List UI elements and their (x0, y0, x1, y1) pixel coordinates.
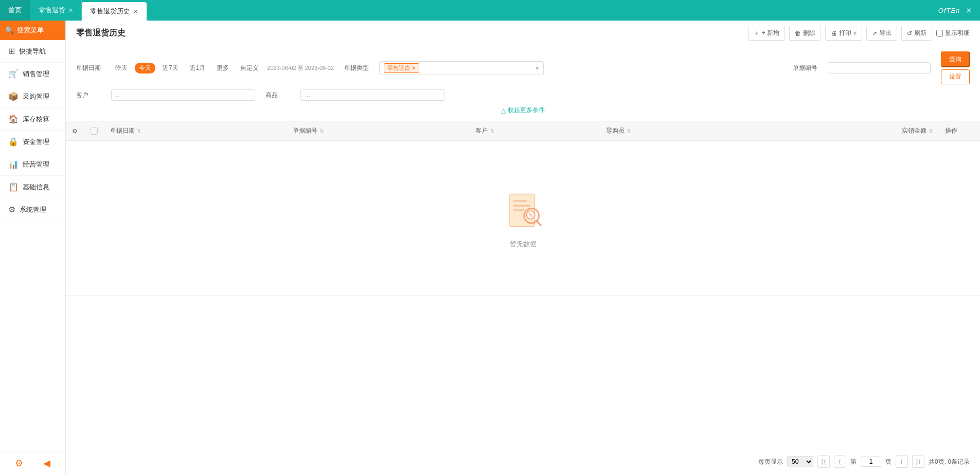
type-tag-label: 零售退货 (387, 64, 410, 72)
th-customer-sort[interactable]: 客户 ⇅ (475, 126, 594, 135)
customer-filter-label: 客户 (76, 91, 107, 100)
sidebar-item-quick-nav[interactable]: ⊞ 快捷导航 (0, 40, 65, 63)
operations-icon: 📊 (8, 159, 19, 169)
page-number-input[interactable] (861, 457, 881, 467)
date-btn-custom[interactable]: 自定义 (236, 63, 263, 74)
number-filter-label: 单据编号 (793, 64, 824, 72)
th-amount-sort[interactable]: 实销金额 ⇅ (762, 126, 933, 135)
filter-row-2: 客户 商品 (76, 89, 970, 101)
system-icon: ⚙ (8, 205, 15, 214)
date-btn-more[interactable]: 更多 (212, 63, 233, 74)
tab-list: 首页 零售退货 ✕ 零售退货历史 ✕ (0, 0, 934, 21)
collapse-button[interactable]: △ 收起更多条件 (501, 106, 545, 115)
sidebar-item-purchase-mgmt[interactable]: 📦 采购管理 (0, 85, 65, 108)
main-layout: 🔍 搜索菜单 ⊞ 快捷导航 🛒 销售管理 📦 采购管理 🏠 库存核算 🔒 资金管… (0, 21, 980, 474)
sidebar-item-finance[interactable]: 🔒 资金管理 (0, 131, 65, 153)
page-first-button[interactable]: ⟨⟨ (817, 455, 830, 468)
customer-filter-box[interactable] (111, 89, 255, 101)
date-btn-7days[interactable]: 近7天 (158, 63, 183, 74)
type-tag-close[interactable]: ✕ (412, 65, 416, 71)
refresh-icon: ↺ (907, 30, 912, 37)
type-filter-input[interactable] (422, 64, 532, 71)
sidebar-item-finance-label: 资金管理 (23, 137, 49, 147)
inventory-icon: 🏠 (8, 114, 19, 124)
sidebar-item-base-info-label: 基础信息 (23, 183, 49, 192)
customer-filter-group: 客户 (76, 89, 255, 101)
date-btn-yesterday[interactable]: 昨天 (111, 63, 132, 74)
new-icon: ＋ (754, 29, 760, 38)
export-button[interactable]: ↗ 导出 (866, 26, 897, 41)
refresh-button[interactable]: ↺ 刷新 (901, 26, 932, 41)
page-prev-button[interactable]: ⟨ (834, 455, 846, 468)
tab-retail-return-history[interactable]: 零售退货历史 ✕ (82, 2, 147, 21)
th-checkbox (84, 121, 104, 141)
tab-retail-return-history-close[interactable]: ✕ (133, 8, 138, 15)
query-button[interactable]: 查询 (941, 51, 970, 67)
goods-filter-box[interactable] (300, 89, 444, 101)
number-sort-icon: ⇅ (319, 128, 324, 134)
customer-filter-input[interactable] (116, 92, 251, 99)
total-label: 共0页, 0条记录 (929, 458, 970, 466)
th-customer: 客户 ⇅ (469, 121, 600, 141)
sidebar-item-base-info[interactable]: 📋 基础信息 (0, 176, 65, 198)
page-last-button[interactable]: ⟩⟩ (912, 455, 924, 468)
select-all-checkbox[interactable] (91, 127, 98, 135)
tab-retail-return-close[interactable]: ✕ (68, 7, 73, 14)
svg-rect-3 (513, 209, 524, 211)
goods-filter-label: 商品 (265, 91, 296, 100)
page-chapter-label: 第 (850, 458, 857, 466)
th-action: 操作 (939, 121, 980, 141)
delete-button[interactable]: 🗑 删除 (789, 26, 821, 41)
setting-button[interactable]: 设置 (941, 69, 970, 84)
sidebar-item-system[interactable]: ⚙ 系统管理 (0, 198, 65, 221)
sidebar-item-operations[interactable]: 📊 经营管理 (0, 153, 65, 176)
sidebar-item-inventory[interactable]: 🏠 库存核算 (0, 108, 65, 131)
table-header-row: ⚙ 单据日期 ⇅ 单据编号 (66, 121, 980, 141)
column-settings-icon[interactable]: ⚙ (72, 127, 78, 135)
date-btn-today[interactable]: 今天 (135, 63, 155, 74)
sidebar-item-system-label: 系统管理 (20, 205, 46, 214)
table-body: 暂无数据 (66, 141, 980, 296)
empty-illustration (500, 187, 546, 233)
tab-home-label: 首页 (8, 6, 22, 15)
sidebar-footer: ⚙ ◀ (0, 452, 65, 474)
export-icon: ↗ (872, 30, 877, 37)
tab-retail-return-history-label: 零售退货历史 (90, 7, 130, 16)
topbar-close[interactable]: ✕ (966, 7, 972, 14)
print-label: 打印 (839, 29, 851, 38)
th-amount-label: 实销金额 (902, 126, 926, 135)
show-detail-checkbox[interactable] (936, 30, 943, 37)
th-guide-sort[interactable]: 导购员 ⇅ (606, 126, 750, 135)
th-date-sort[interactable]: 单据日期 ⇅ (110, 126, 280, 135)
query-setting-group: 查询 设置 (941, 51, 970, 84)
page-next-button[interactable]: ⟩ (896, 455, 908, 468)
tab-retail-return[interactable]: 零售退货 ✕ (30, 0, 82, 21)
goods-filter-input[interactable] (305, 92, 440, 99)
amount-sort-icon: ⇅ (929, 128, 933, 134)
collapse-sidebar-icon[interactable]: ◀ (43, 458, 50, 469)
date-btn-1month[interactable]: 近1月 (186, 63, 210, 74)
print-button[interactable]: 🖨 打印 ▾ (825, 26, 862, 41)
th-guide: 导购员 ⇅ (600, 121, 756, 141)
page-size-select[interactable]: 10 20 50 100 (787, 456, 813, 467)
collapse-area: △ 收起更多条件 (76, 106, 970, 115)
number-filter-group: 单据编号 (793, 62, 931, 74)
sidebar-item-sales-mgmt[interactable]: 🛒 销售管理 (0, 63, 65, 85)
number-filter-input[interactable] (828, 62, 931, 74)
filter-row-1: 单据日期 昨天 今天 近7天 近1月 更多 自定义 2023-06-02 至 2… (76, 51, 970, 84)
refresh-label: 刷新 (914, 29, 926, 38)
collapse-label: 收起更多条件 (508, 106, 545, 115)
th-number-sort[interactable]: 单据编号 ⇅ (293, 126, 463, 135)
sidebar-search[interactable]: 🔍 搜索菜单 (0, 21, 65, 40)
show-detail-label[interactable]: 显示明细 (936, 29, 970, 38)
new-button[interactable]: ＋ + 新增 (748, 26, 785, 41)
date-sort-icon: ⇅ (137, 128, 141, 134)
settings-footer-icon[interactable]: ⚙ (15, 458, 23, 469)
tab-home[interactable]: 首页 (0, 0, 30, 21)
date-range-display: 2023-06-02 至 2023-06-02 (267, 64, 334, 72)
sidebar-item-purchase-label: 采购管理 (23, 92, 49, 101)
empty-cell: 暂无数据 (66, 141, 980, 296)
collapse-up-icon: △ (501, 107, 506, 114)
type-filter-box[interactable]: 零售退货 ✕ ▾ (379, 61, 544, 75)
type-dropdown-icon[interactable]: ▾ (536, 64, 539, 72)
